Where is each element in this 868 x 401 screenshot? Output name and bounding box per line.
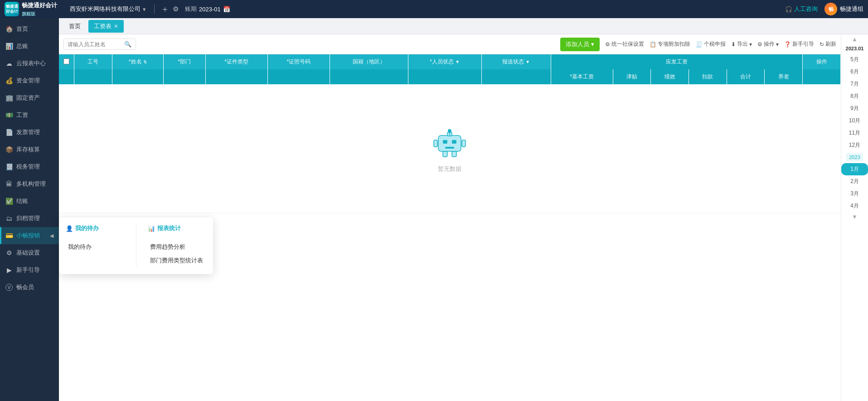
home-icon: 🏠 <box>5 25 13 33</box>
search-icon[interactable]: 🔍 <box>124 41 131 48</box>
operation-chevron-icon: ▾ <box>776 41 779 48</box>
cal-year-2023[interactable]: 2023 <box>846 153 863 161</box>
guide-btn[interactable]: ❓ 新手引导 <box>784 40 814 48</box>
top-bar: 畅捷通好会计 畅捷通好会计 旗舰版 西安虾米网络科技有限公司 ▾ ＋ ⚙ 账期 … <box>0 0 868 18</box>
popup-item-expense-trend[interactable]: 费用趋势分析 <box>148 240 207 254</box>
popup-section-reports: 📊 报表统计 费用趋势分析 部门费用类型统计表 <box>148 224 207 267</box>
svg-rect-3 <box>445 147 454 149</box>
cal-nav-up[interactable]: ▲ <box>850 34 859 43</box>
th-allowance: 津贴 <box>613 69 651 84</box>
th-empty2 <box>74 69 112 84</box>
calendar-icon[interactable]: 📅 <box>223 6 230 13</box>
select-all-checkbox[interactable] <box>63 58 69 64</box>
sort-icon[interactable]: ⇅ <box>143 59 147 64</box>
sidebar-item-assets[interactable]: 🏢 固定资产 <box>0 89 59 106</box>
calendar-panel: ▲ 2023.01 5月 6月 7月 8月 9月 10月 11月 12月 202… <box>841 34 868 401</box>
sidebar-item-home[interactable]: 🏠 首页 <box>0 20 59 38</box>
archive-icon: 🗂 <box>5 215 13 222</box>
sidebar-item-funds[interactable]: 💰 资金管理 <box>0 72 59 89</box>
sidebar-item-expense[interactable]: 💳 小畅报销 ◀ <box>0 227 59 244</box>
cal-month-9[interactable]: 9月 <box>841 102 868 115</box>
th-empty5 <box>205 69 267 84</box>
refresh-icon: ↻ <box>820 41 824 48</box>
user-area[interactable]: 畅 畅捷通组 <box>824 3 863 15</box>
empty-state: 暂无数据 <box>63 88 836 209</box>
guide-icon: ❓ <box>784 41 791 48</box>
tax-report-btn[interactable]: 🧾 个税申报 <box>696 40 726 48</box>
tab-home[interactable]: 首页 <box>63 20 86 33</box>
sidebar-item-archive[interactable]: 🗂 归档管理 <box>0 210 59 227</box>
th-name[interactable]: *姓名 ⇅ <box>112 54 164 69</box>
empty-robot-icon <box>432 124 468 160</box>
sidebar-item-inventory[interactable]: 📦 库存核算 <box>0 141 59 158</box>
toolbar-right: 添加人员 ▾ ⚙ 统一社保设置 📋 专项附加扣除 <box>560 38 836 51</box>
divider <box>154 5 155 14</box>
settings-icon[interactable]: ⚙ <box>171 3 180 15</box>
sidebar-item-member[interactable]: V 畅会员 <box>0 279 59 296</box>
cal-month-11[interactable]: 11月 <box>841 127 868 139</box>
cal-nav-down[interactable]: ▼ <box>850 212 859 221</box>
refresh-btn[interactable]: ↻ 刷新 <box>820 40 836 48</box>
period-value: 2023-01 <box>199 6 221 13</box>
sidebar-item-settings[interactable]: ⚙ 基础设置 <box>0 244 59 261</box>
cal-month-4[interactable]: 4月 <box>841 200 868 212</box>
sidebar-item-ledger[interactable]: 📊 总账 <box>0 38 59 55</box>
gear-icon: ⚙ <box>5 249 13 256</box>
sidebar-item-tax[interactable]: 🧾 税务管理 <box>0 158 59 175</box>
cal-month-3[interactable]: 3月 <box>841 188 868 200</box>
search-input[interactable] <box>68 41 122 48</box>
support-button[interactable]: 🎧 人工咨询 <box>785 5 818 13</box>
user-name: 畅捷通组 <box>840 5 863 13</box>
cal-month-2[interactable]: 2月 <box>841 175 868 188</box>
th-deduction: 扣款 <box>689 69 727 84</box>
popup-section-todo: 👤 我的待办 我的待办 <box>66 224 125 267</box>
headphone-icon: 🎧 <box>785 6 792 13</box>
add-icon[interactable]: ＋ <box>159 2 171 16</box>
add-person-button[interactable]: 添加人员 ▾ <box>560 38 600 51</box>
salary-icon: 💵 <box>5 111 13 119</box>
th-checkbox[interactable] <box>59 54 74 69</box>
toolbar: 🔍 添加人员 ▾ ⚙ 统一社保设置 <box>59 34 841 54</box>
popup-item-dept-stats[interactable]: 部门费用类型统计表 <box>148 254 207 267</box>
th-status[interactable]: *人员状态 ▼ <box>408 54 481 69</box>
th-empty3 <box>112 69 164 84</box>
sidebar-item-guide[interactable]: ▶ 新手引导 <box>0 261 59 279</box>
th-operation: 操作 <box>803 54 841 69</box>
sidebar-item-cloud-report[interactable]: ☁ 云报表中心 <box>0 55 59 72</box>
social-security-btn[interactable]: ⚙ 统一社保设置 <box>605 40 644 48</box>
th-empty7 <box>330 69 408 84</box>
main-area: 🏠 首页 📊 总账 ☁ 云报表中心 💰 资金管理 🏢 固定资产 💵 工资 <box>0 18 868 401</box>
cal-month-7[interactable]: 7月 <box>841 78 868 90</box>
sidebar-item-salary[interactable]: 💵 工资 <box>0 106 59 124</box>
empty-state-row: 暂无数据 <box>59 84 841 213</box>
th-report-status[interactable]: 报送状态 ▼ <box>481 54 551 69</box>
popup-divider <box>136 224 136 267</box>
cal-month-1-active[interactable]: 1月 <box>841 163 868 175</box>
filter-icon[interactable]: ▼ <box>455 59 460 64</box>
svg-rect-0 <box>438 135 461 151</box>
cal-month-12[interactable]: 12月 <box>841 139 868 151</box>
sidebar-item-invoice[interactable]: 📄 发票管理 <box>0 124 59 141</box>
export-btn[interactable]: ⬇ 导出 ▾ <box>731 40 752 48</box>
tab-close-icon[interactable]: ✕ <box>114 23 118 29</box>
collapse-icon: ◀ <box>50 233 53 239</box>
cal-month-5[interactable]: 5月 <box>841 53 868 66</box>
logo-icon: 畅捷通好会计 <box>5 2 19 16</box>
cal-month-8[interactable]: 8月 <box>841 90 868 102</box>
tab-salary[interactable]: 工资表 ✕ <box>88 20 124 33</box>
filter-icon2[interactable]: ▼ <box>525 59 530 64</box>
sidebar-item-multi-org[interactable]: 🏛 多机构管理 <box>0 175 59 193</box>
assets-icon: 🏢 <box>5 94 13 101</box>
cal-month-10[interactable]: 10月 <box>841 115 868 127</box>
company-selector[interactable]: 西安虾米网络科技有限公司 ▾ <box>66 3 150 15</box>
deduction-btn[interactable]: 📋 专项附加扣除 <box>650 40 690 48</box>
th-cert-type: *证件类型 <box>205 54 267 69</box>
svg-rect-7 <box>434 140 437 147</box>
svg-rect-10 <box>452 151 456 157</box>
operation-btn[interactable]: ⚙ 操作 ▾ <box>757 40 779 48</box>
popup-item-todo[interactable]: 我的待办 <box>66 240 125 254</box>
cal-month-6[interactable]: 6月 <box>841 66 868 78</box>
sidebar-item-close-accounts[interactable]: ✅ 结账 <box>0 193 59 210</box>
add-person-label: 添加人员 <box>566 40 589 48</box>
svg-point-6 <box>448 129 451 133</box>
